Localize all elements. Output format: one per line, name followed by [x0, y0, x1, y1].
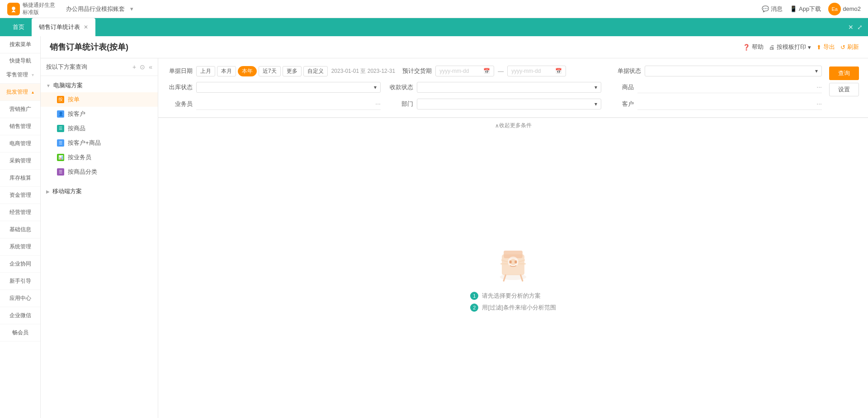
product-input[interactable]: ···: [637, 81, 822, 93]
scheme-group-pc: ▼ 电脑端方案 按 按单 👤 按客户: [41, 76, 158, 182]
payment-status-select[interactable]: ▾: [417, 82, 601, 93]
sidebar-item-basic[interactable]: 基础信息: [0, 221, 40, 238]
user-area[interactable]: Ea demo2: [828, 3, 861, 15]
dropdown-icon[interactable]: ▾: [130, 5, 133, 12]
order-status-select[interactable]: ▾: [645, 66, 822, 76]
top-bar-left: 畅捷通好生意 标准版 办公用品行业模拟账套 ▾: [7, 2, 133, 16]
help-button[interactable]: ❓ 帮助: [743, 43, 764, 51]
collapse-filters-button[interactable]: ∧ 收起更多条件: [158, 118, 868, 133]
sidebar-item-finance[interactable]: 资金管理: [0, 187, 40, 204]
refresh-button[interactable]: ↺ 刷新: [840, 43, 859, 51]
filter-line-3: 业务员 ··· 部门 ▾: [167, 98, 822, 110]
payment-status-label: 收款状态: [388, 83, 413, 91]
empty-tips: 1 请先选择要分析的方案 2 用[过滤]条件来缩小分析范围: [470, 292, 556, 312]
ship-status-group: 出库状态 ▾: [167, 82, 381, 93]
product-label: 商品: [609, 83, 634, 91]
export-button[interactable]: ⬆ 导出: [816, 43, 835, 51]
page-header: 销售订单统计表(按单) ❓ 帮助 🖨 按模板打印 ▾ ⬆ 导出 ↺ 刷新: [41, 36, 868, 58]
sidebar-item-wechat[interactable]: 企业微信: [0, 307, 40, 324]
scheme-by-salesperson[interactable]: 📊 按业务员: [41, 150, 158, 165]
customer-input[interactable]: ···: [637, 98, 822, 110]
tip-number-1: 1: [470, 292, 478, 300]
customer-group: 客户 ···: [609, 98, 822, 110]
tip-number-2: 2: [470, 304, 478, 312]
sidebar-item-cooperation[interactable]: 企业协同: [0, 256, 40, 273]
svg-rect-6: [509, 261, 512, 264]
expected-date-to-input[interactable]: yyyy-mm-dd 📅: [507, 66, 566, 76]
sidebar-item-system[interactable]: 系统管理: [0, 238, 40, 256]
close-window-icon[interactable]: ✕: [848, 24, 854, 31]
expected-date-from-input[interactable]: yyyy-mm-dd 📅: [435, 66, 494, 76]
date-label: 单据日期: [167, 67, 193, 75]
sidebar-search[interactable]: 搜索菜单: [0, 36, 40, 53]
maximize-window-icon[interactable]: ⤢: [857, 24, 863, 31]
tab-home[interactable]: 首页: [5, 18, 32, 36]
sidebar-item-member[interactable]: 畅会员: [0, 324, 40, 342]
sidebar-item-operation[interactable]: 经营管理: [0, 204, 40, 221]
add-scheme-icon[interactable]: +: [132, 63, 136, 71]
ship-status-select[interactable]: ▾: [196, 82, 381, 93]
sidebar-item-wholesale[interactable]: 批发管理 ▴: [0, 84, 40, 101]
order-status-group: 单据状态 ▾: [616, 66, 822, 76]
department-label: 部门: [388, 100, 413, 108]
date-this-year-btn[interactable]: 本年: [238, 66, 257, 76]
sidebar-item-retail[interactable]: 零售管理 ▾: [0, 66, 40, 84]
scheme-icon-cust-prod: ☰: [57, 139, 64, 147]
date-more-btn[interactable]: 更多: [283, 66, 302, 76]
department-select[interactable]: ▾: [417, 99, 601, 109]
expected-date-from-placeholder: yyyy-mm-dd: [439, 68, 469, 74]
tab-sales-order[interactable]: 销售订单统计表 ✕: [32, 18, 95, 36]
tab-close-icon[interactable]: ✕: [84, 24, 88, 30]
order-status-label: 单据状态: [616, 67, 641, 75]
query-area: 单据日期 上月 本月 本年 近7天 更多 自定义: [158, 58, 868, 118]
scheme-by-product-category[interactable]: ☰ 按商品分类: [41, 165, 158, 179]
print-icon: 🖨: [769, 44, 775, 51]
app-download-button[interactable]: 📱 App下载: [790, 5, 821, 13]
manage-scheme-icon[interactable]: ⊙: [140, 63, 145, 71]
date-last-7-days-btn[interactable]: 近7天: [259, 66, 281, 76]
scheme-group-pc-header[interactable]: ▼ 电脑端方案: [41, 79, 158, 92]
scheme-group-mobile-header[interactable]: ▶ 移动端方案: [41, 185, 158, 198]
query-button[interactable]: 查询: [829, 66, 859, 80]
expected-date-label: 预计交货期: [402, 67, 432, 75]
sidebar-item-marketing[interactable]: 营销推广: [0, 101, 40, 118]
filter-line-1: 单据日期 上月 本月 本年 近7天 更多 自定义: [167, 66, 822, 76]
sidebar-item-ecommerce[interactable]: 电商管理: [0, 135, 40, 152]
scheme-icon-category: ☰: [57, 168, 64, 176]
date-last-month-btn[interactable]: 上月: [196, 66, 215, 76]
collapse-panel-icon[interactable]: «: [149, 63, 152, 71]
scheme-icon-order: 按: [57, 96, 64, 103]
date-this-month-btn[interactable]: 本月: [217, 66, 236, 76]
svg-rect-7: [514, 261, 517, 264]
scheme-by-order[interactable]: 按 按单: [41, 92, 158, 107]
logo-text: 畅捷通好生意 标准版: [23, 2, 55, 16]
sidebar-item-inventory[interactable]: 库存核算: [0, 170, 40, 187]
scheme-by-customer-product[interactable]: ☰ 按客户+商品: [41, 136, 158, 150]
sidebar-item-appstore[interactable]: 应用中心: [0, 290, 40, 307]
svg-point-0: [12, 6, 15, 10]
group-expand-icon-mobile: ▶: [46, 189, 50, 194]
template-print-dropdown-icon: ▾: [808, 44, 811, 51]
customer-more-icon: ···: [816, 100, 822, 107]
help-icon: ❓: [743, 44, 750, 51]
tab-bar: 首页 销售订单统计表 ✕ ✕ ⤢: [0, 18, 868, 36]
salesperson-more-icon: ···: [375, 100, 381, 107]
sidebar-item-purchase[interactable]: 采购管理: [0, 152, 40, 170]
avatar: Ea: [828, 3, 841, 15]
sidebar-item-sales[interactable]: 销售管理: [0, 118, 40, 135]
template-print-button[interactable]: 🖨 按模板打印 ▾: [769, 43, 811, 51]
scheme-icon-customer: 👤: [57, 110, 64, 118]
filter-main-cols: 单据日期 上月 本月 本年 近7天 更多 自定义: [167, 66, 822, 110]
customer-label: 客户: [609, 100, 634, 108]
scheme-by-product[interactable]: ☰ 按商品: [41, 121, 158, 136]
message-button[interactable]: 💬 消息: [762, 5, 783, 13]
salesperson-input[interactable]: ···: [196, 98, 381, 110]
date-filter-group: 单据日期 上月 本月 本年 近7天 更多 自定义: [167, 66, 395, 76]
setting-button[interactable]: 设置: [829, 83, 859, 96]
sidebar-item-guide[interactable]: 新手引导: [0, 273, 40, 290]
scheme-by-customer[interactable]: 👤 按客户: [41, 107, 158, 121]
chevron-down-icon-dept: ▾: [594, 101, 597, 107]
expected-date-to-placeholder: yyyy-mm-dd: [511, 68, 541, 74]
date-custom-btn[interactable]: 自定义: [303, 66, 328, 76]
sidebar-quick-nav[interactable]: 快捷导航: [0, 53, 40, 66]
